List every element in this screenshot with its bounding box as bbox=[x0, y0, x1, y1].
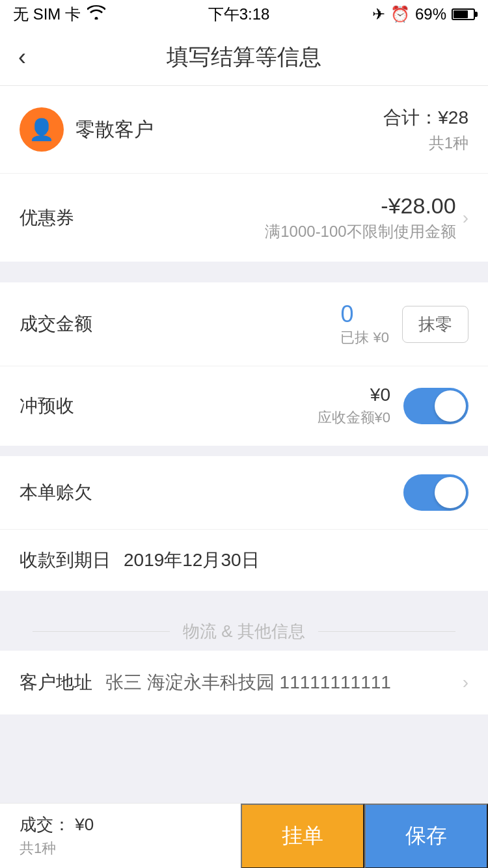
coupon-right: -¥28.00 满1000-100不限制使用金额 › bbox=[265, 193, 468, 242]
avatar: 👤 bbox=[20, 107, 64, 152]
coupon-info: -¥28.00 满1000-100不限制使用金额 bbox=[265, 193, 455, 242]
address-label: 客户地址 bbox=[20, 670, 92, 695]
due-date-label: 收款到期日 bbox=[20, 548, 111, 573]
section-divider-1 bbox=[0, 272, 488, 282]
credit-toggle-knob bbox=[435, 477, 466, 508]
transaction-section: 成交金额 0 已抹 ¥0 抹零 冲预收 ¥0 应收金额¥0 bbox=[0, 282, 488, 446]
address-value: 张三 海淀永丰科技园 11111111111 bbox=[105, 670, 463, 695]
pre-receive-values: ¥0 应收金额¥0 bbox=[318, 385, 390, 427]
transaction-label: 成交金额 bbox=[20, 312, 92, 336]
customer-section: 👤 零散客户 合计：¥28 共1种 优惠券 -¥28.00 满1000-100不… bbox=[0, 86, 488, 262]
coupon-label: 优惠券 bbox=[20, 206, 74, 230]
due-date-row[interactable]: 收款到期日 2019年12月30日 bbox=[0, 529, 488, 591]
coupon-description: 满1000-100不限制使用金额 bbox=[265, 221, 455, 242]
transaction-row: 成交金额 0 已抹 ¥0 抹零 bbox=[0, 282, 488, 366]
transaction-right: 0 已抹 ¥0 抹零 bbox=[340, 301, 468, 347]
carrier-text: 无 SIM 卡 bbox=[13, 4, 81, 25]
pre-receive-main: ¥0 bbox=[318, 385, 390, 405]
customer-total: 合计：¥28 共1种 bbox=[383, 105, 468, 154]
customer-name: 零散客户 bbox=[75, 116, 154, 143]
bottom-deal-count: 共1种 bbox=[20, 839, 221, 858]
status-bar: 无 SIM 卡 下午3:18 ✈ ⏰ 69% bbox=[0, 0, 488, 29]
credit-section: 本单赊欠 收款到期日 2019年12月30日 bbox=[0, 456, 488, 591]
section-divider-3 bbox=[0, 601, 488, 612]
transaction-sub: 已抹 ¥0 bbox=[340, 328, 389, 347]
wifi-icon bbox=[87, 5, 105, 23]
logistics-divider: 物流 & 其他信息 bbox=[0, 612, 488, 651]
credit-row: 本单赊欠 bbox=[0, 456, 488, 529]
save-button[interactable]: 保存 bbox=[364, 804, 488, 869]
customer-row: 👤 零散客户 合计：¥28 共1种 bbox=[0, 86, 488, 173]
coupon-amount: -¥28.00 bbox=[265, 193, 455, 219]
main-content: 👤 零散客户 合计：¥28 共1种 优惠券 -¥28.00 满1000-100不… bbox=[0, 86, 488, 868]
avatar-icon: 👤 bbox=[29, 117, 55, 142]
credit-toggle[interactable] bbox=[403, 474, 468, 511]
address-section: 客户地址 张三 海淀永丰科技园 11111111111 › bbox=[0, 651, 488, 714]
time-display: 下午3:18 bbox=[208, 4, 270, 25]
due-date-value: 2019年12月30日 bbox=[124, 548, 260, 573]
total-count: 共1种 bbox=[383, 133, 468, 154]
page-title: 填写结算等信息 bbox=[167, 42, 321, 72]
location-icon: ✈ bbox=[372, 5, 385, 23]
customer-info: 👤 零散客户 bbox=[20, 107, 154, 152]
toggle-knob bbox=[435, 390, 466, 422]
pre-receive-sub: 应收金额¥0 bbox=[318, 408, 390, 427]
address-chevron-icon: › bbox=[463, 672, 468, 693]
battery-text: 69% bbox=[415, 5, 446, 23]
pre-receive-toggle[interactable] bbox=[403, 388, 468, 424]
pre-receive-right: ¥0 应收金额¥0 bbox=[318, 385, 468, 427]
coupon-row[interactable]: 优惠券 -¥28.00 满1000-100不限制使用金额 › bbox=[0, 173, 488, 262]
alarm-icon: ⏰ bbox=[390, 5, 410, 23]
battery-icon bbox=[452, 8, 475, 20]
bottom-deal-info: 成交： ¥0 共1种 bbox=[0, 813, 241, 858]
pre-receive-label: 冲预收 bbox=[20, 394, 74, 418]
rub-zero-button[interactable]: 抹零 bbox=[402, 306, 468, 343]
nav-bar: ‹ 填写结算等信息 bbox=[0, 29, 488, 86]
status-right: ✈ ⏰ 69% bbox=[372, 5, 475, 23]
status-left: 无 SIM 卡 bbox=[13, 4, 105, 25]
chevron-right-icon: › bbox=[463, 208, 468, 228]
hang-order-button[interactable]: 挂单 bbox=[241, 804, 364, 869]
bottom-bar: 成交： ¥0 共1种 挂单 保存 bbox=[0, 803, 488, 868]
section-divider-2 bbox=[0, 446, 488, 456]
pre-receive-row: 冲预收 ¥0 应收金额¥0 bbox=[0, 366, 488, 446]
credit-label: 本单赊欠 bbox=[20, 480, 92, 505]
logistics-text: 物流 & 其他信息 bbox=[170, 620, 318, 643]
back-button[interactable]: ‹ bbox=[18, 44, 26, 71]
bottom-deal-amount: 成交： ¥0 bbox=[20, 813, 221, 836]
transaction-value-container: 0 已抹 ¥0 bbox=[340, 301, 389, 347]
transaction-value[interactable]: 0 bbox=[340, 301, 389, 328]
total-amount: 合计：¥28 bbox=[383, 105, 468, 130]
address-row[interactable]: 客户地址 张三 海淀永丰科技园 11111111111 › bbox=[0, 651, 488, 714]
